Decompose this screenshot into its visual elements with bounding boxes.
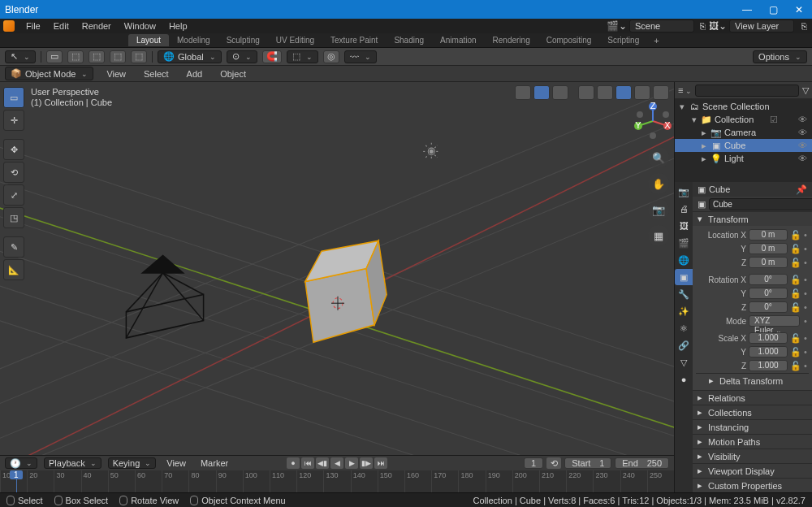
prop-tab-render[interactable]: 📷 [675,184,693,200]
prop-tab-physics[interactable]: ⚛ [675,320,693,336]
maximize-button[interactable]: ▢ [760,0,786,19]
object-name-field[interactable] [709,198,812,210]
scene-field[interactable]: Scene [629,20,694,32]
add-workspace-button[interactable]: + [647,34,665,47]
collection-visibility[interactable]: 👁 [798,115,807,124]
tab-compositing[interactable]: Compositing [538,34,600,46]
prop-tab-object[interactable]: ▣ [675,269,693,285]
overlays-toggle[interactable] [552,85,568,100]
viewlayer-field[interactable]: View Layer [729,20,794,32]
new-scene-icon[interactable]: ⎘ [697,21,709,31]
orientation-dropdown[interactable]: 🌐 Global [158,50,222,63]
scale-tool[interactable]: ⤢ [3,184,24,206]
menu-render[interactable]: Render [76,20,118,32]
close-button[interactable]: ✕ [786,0,812,19]
snap-button-4[interactable]: ⬚ [131,50,147,63]
shading-solid[interactable] [615,85,632,100]
rotation-z[interactable]: 0° [749,301,788,313]
tab-scripting[interactable]: Scripting [599,34,647,46]
shading-material[interactable] [634,85,650,100]
outliner-filter-icon[interactable]: ▽ [802,85,809,96]
rotation-x[interactable]: 0° [749,274,788,285]
menu-add[interactable]: Add [182,67,208,80]
play-button[interactable]: ▶ [345,457,358,469]
prop-tab-scene[interactable]: 🎬 [675,235,693,251]
rotation-y[interactable]: 0° [749,288,788,299]
lock-icon[interactable]: 🔓 [790,347,800,358]
prop-tab-constraints[interactable]: 🔗 [675,337,693,353]
current-frame-field[interactable]: 1 [524,457,543,469]
measure-tool[interactable]: 📐 [3,259,24,280]
lock-icon[interactable]: 🔓 [790,244,800,254]
timeline-editor-dropdown[interactable]: 🕐 [5,457,37,469]
menu-help[interactable]: Help [162,20,194,32]
prop-tab-viewlayer[interactable]: 🖼 [675,218,693,234]
cursor-tool-dropdown[interactable]: ↖ [5,50,36,63]
selectability-toggle[interactable] [515,85,531,100]
gizmo-toggle[interactable] [533,85,550,100]
rotate-tool[interactable]: ⟲ [3,162,24,183]
end-frame-field[interactable]: End 250 [615,457,669,469]
lock-icon[interactable]: 🔓 [790,230,800,240]
visibility-toggle[interactable]: 👁 [798,128,807,137]
3d-viewport[interactable]: User Perspective (1) Collection | Cube ▭… [0,82,674,455]
autokey-button[interactable]: ● [287,457,300,469]
viewlayer-browse-icon[interactable]: 🖼⌄ [709,20,727,32]
shading-wireframe[interactable] [597,85,613,100]
panel-delta-transform[interactable]: ▸Delta Transform [696,373,809,388]
lock-icon[interactable]: 🔓 [790,275,800,285]
menu-edit[interactable]: Edit [47,20,76,32]
pin-icon[interactable]: 📌 [796,184,807,195]
xray-toggle[interactable] [578,85,594,100]
new-viewlayer-icon[interactable]: ⎘ [797,21,812,31]
perspective-gizmo[interactable]: ▦ [648,225,669,246]
prop-tab-mesh[interactable]: ▽ [675,354,693,370]
panel-collections[interactable]: ▸Collections [693,405,812,419]
keying-dropdown[interactable]: Keying [108,457,157,469]
scale-y[interactable]: 1.000 [749,346,788,358]
visibility-toggle[interactable]: 👁 [798,141,807,150]
snap-button-3[interactable]: ⬚ [110,50,126,63]
scale-x[interactable]: 1.000 [749,332,788,344]
snap-button-2[interactable]: ⬚ [89,50,105,63]
timeline-menu-view[interactable]: View [162,457,190,469]
annotate-tool[interactable]: ✎ [3,236,24,258]
visibility-toggle[interactable]: 👁 [798,154,807,163]
transform-tool[interactable]: ◳ [3,207,24,228]
prop-tab-world[interactable]: 🌐 [675,252,693,268]
location-y[interactable]: 0 m [749,243,788,254]
tab-layout[interactable]: Layout [128,34,169,46]
scale-z[interactable]: 1.000 [749,360,788,371]
collection-checkbox[interactable]: ☑ [770,115,778,125]
menu-view[interactable]: View [102,67,131,80]
prop-tab-modifiers[interactable]: 🔧 [675,286,693,302]
proportional-dropdown[interactable]: 〰 [344,50,377,63]
tab-shading[interactable]: Shading [386,34,432,46]
next-key-button[interactable]: ▮▶ [360,457,373,469]
outliner-collection[interactable]: ▾ 📁 Collection ☑ 👁 [675,113,812,126]
prop-tab-output[interactable]: 🖨 [675,201,693,217]
jump-start-button[interactable]: ⏮ [301,457,314,469]
lock-icon[interactable]: 🔓 [790,361,800,371]
menu-select[interactable]: Select [139,67,174,80]
jump-end-button[interactable]: ⏭ [374,457,387,469]
tab-uv-editing[interactable]: UV Editing [268,34,322,46]
panel-custom-properties[interactable]: ▸Custom Properties [693,478,812,492]
select-box-tool[interactable]: ▭ [3,87,24,108]
start-frame-field[interactable]: Start 1 [564,457,611,469]
snap-mode-dropdown[interactable]: ⬚ [287,50,318,63]
timeline-menu-marker[interactable]: Marker [197,457,232,469]
snap-toggle[interactable]: 🧲 [262,50,282,63]
scene-browse-icon[interactable]: 🎬⌄ [607,20,627,32]
panel-motion-paths[interactable]: ▸Motion Paths [693,434,812,448]
zoom-gizmo[interactable]: 🔍 [648,147,669,168]
proportional-toggle[interactable]: ◎ [323,50,339,63]
cursor-tool[interactable]: ✛ [3,110,24,131]
select-tool-button[interactable]: ▭ [46,50,63,63]
tab-animation[interactable]: Animation [432,34,484,46]
menu-window[interactable]: Window [118,20,162,32]
timeline-track[interactable]: 1020304050607080901001101201301401501601… [0,470,674,492]
mode-dropdown[interactable]: 📦 Object Mode [5,67,93,80]
outliner-mode-dropdown[interactable]: ≡ [678,85,692,95]
lock-icon[interactable]: 🔓 [790,302,800,313]
